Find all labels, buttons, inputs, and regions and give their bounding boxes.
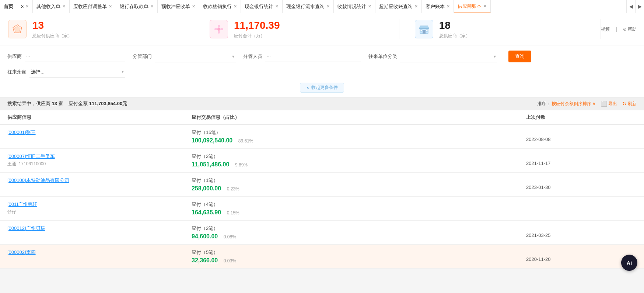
summary-card-payable-total: 11,170.39 应付合计（万） [194, 19, 399, 39]
summary-area: 13 总应付供应商（家） 11,170.39 应付合计（万） [0, 13, 644, 45]
supplier-name-link[interactable]: [001]广州荣轩 [7, 201, 192, 208]
nav-tab-other-income[interactable]: 其他收入单 ✕ [33, 0, 70, 13]
department-select[interactable] [155, 51, 236, 62]
result-mid: 家 [59, 101, 63, 106]
col-header-lastpay: 上次付数 [526, 114, 637, 121]
overdue-label: 超期应收账查询 [379, 3, 413, 10]
other-income-label: 其他收入单 [36, 3, 60, 10]
refresh-button[interactable]: ↻ 刷新 [622, 101, 637, 107]
receipt-label: 收款核销执行 [203, 3, 232, 10]
payable-total-label: 应付合计（万） [234, 33, 280, 39]
collapse-button[interactable]: ∧ 收起更多条件 [300, 83, 344, 93]
supplier-name-link[interactable]: [000007]恒旺二手叉车 [7, 153, 192, 160]
supplier-info-cell: [000012]广州贝瑞 [7, 225, 192, 232]
close-icon[interactable]: ✕ [234, 4, 237, 9]
prepay-label: 预收冲应收单 [161, 3, 190, 10]
sort-button[interactable]: 排序： 按应付余额倒序排序 ∨ [537, 101, 596, 107]
result-actions: 排序： 按应付余额倒序排序 ∨ ⬜ 导出 ↻ 刷新 [537, 101, 637, 107]
help-link[interactable]: ⊙ 帮助 [623, 26, 637, 32]
close-icon[interactable]: ✕ [62, 4, 66, 9]
tx-pct: 0.15% [227, 210, 239, 216]
export-button[interactable]: ⬜ 导出 [601, 101, 617, 107]
filter-unit-category: 往来单位分类 ▾ [368, 51, 497, 62]
filter-supplier: 供应商 [7, 51, 125, 62]
close-icon[interactable]: ✕ [109, 4, 112, 9]
nav-tab-home[interactable]: 首页 [0, 0, 17, 13]
svg-rect-9 [420, 30, 422, 31]
supplier-name-link[interactable]: [000002]李四 [7, 249, 192, 256]
nav-tab-3[interactable]: 3 ✕ [17, 0, 33, 13]
tx-amount-link[interactable]: 11,051,486.00 [192, 161, 229, 168]
last-pay-date: 2021-03-25 [526, 225, 637, 238]
person-input[interactable] [265, 51, 361, 62]
nav-tab-adjust[interactable]: 应收应付调整单 ✕ [70, 0, 116, 13]
supplier-name-link[interactable]: [000001]张三 [7, 129, 192, 136]
nav-next-arrow[interactable]: ▶ [635, 0, 644, 13]
supplier-name-link[interactable]: [000012]广州贝瑞 [7, 225, 192, 232]
result-amount-label: 应付金额 [69, 101, 88, 106]
last-pay-date: 2023-01-30 [526, 177, 637, 190]
query-button[interactable]: 查询 [508, 51, 531, 62]
result-bar: 搜索结果中，供应商 13 家 应付金额 111,703,854.00元 排序： … [0, 97, 644, 110]
nav-tab-prepay[interactable]: 预收冲应收单 ✕ [158, 0, 199, 13]
transaction-cell: 应付（2笔） 11,051,486.00 9.89% [192, 153, 526, 168]
summary-info-3: 18 总供应商（家） [439, 19, 470, 39]
table-row: [000001]张三 应付（15笔） 100,092,540.00 89.61%… [0, 125, 644, 149]
unit-category-label: 往来单位分类 [368, 53, 397, 60]
close-icon[interactable]: ✕ [25, 4, 29, 9]
close-icon[interactable]: ✕ [447, 4, 450, 9]
close-icon[interactable]: ✕ [192, 4, 195, 9]
close-icon[interactable]: ✕ [483, 4, 487, 8]
balance-select[interactable]: 选择... [29, 66, 125, 77]
supplier-info-cell: [000001]张三 [7, 129, 192, 136]
supplier-info-cell: [001]广州荣轩 仔仔 [7, 201, 192, 215]
tx-amount-link[interactable]: 100,092,540.00 [192, 137, 232, 144]
close-icon[interactable]: ✕ [368, 4, 371, 9]
close-icon[interactable]: ✕ [326, 4, 330, 9]
nav-tab-receipt[interactable]: 收款核销执行 ✕ [199, 0, 241, 13]
tx-amount-link[interactable]: 32,366.00 [192, 257, 218, 263]
close-icon[interactable]: ✕ [150, 4, 154, 9]
close-icon[interactable]: ✕ [414, 4, 418, 9]
tx-pct: 0.23% [227, 186, 239, 192]
result-prefix: 搜索结果中，供应商 [7, 101, 50, 106]
col-header-transaction: 应付交易信息（占比） [192, 114, 526, 121]
tx-pct: 9.89% [235, 162, 248, 168]
svg-point-4 [218, 31, 220, 34]
ai-button[interactable]: Ai [621, 255, 637, 269]
nav-tab-customer[interactable]: 客户账本 ✕ [422, 0, 454, 13]
filter-person: 分管人员 [243, 51, 361, 62]
tx-label: 应付（5笔） [192, 249, 526, 256]
table-row: [001]广州荣轩 仔仔 应付（4笔） 164,635.90 0.15% [0, 197, 644, 221]
nav-prev-arrow[interactable]: ◀ [626, 0, 635, 13]
last-pay-date: 2021-11-17 [526, 153, 637, 166]
nav-tab-receipt-stat[interactable]: 收款情况统计 ✕ [334, 0, 375, 13]
tx-amount-link[interactable]: 164,635.90 [192, 209, 221, 216]
tx-label: 应付（1笔） [192, 177, 526, 184]
nav-tab-cash-stat[interactable]: 现金银行统计 ✕ [241, 0, 283, 13]
filter-department: 分管部门 ▾ [133, 51, 236, 62]
supplier-info-cell: [000100]本特勒油品有限公司 [7, 177, 192, 184]
tx-amount-link[interactable]: 258,000.00 [192, 185, 221, 192]
table-header: 供应商信息 应付交易信息（占比） 上次付数 [0, 110, 644, 125]
nav-tab-bank[interactable]: 银行存取款单 ✕ [116, 0, 158, 13]
tx-amount-link[interactable]: 94,600.00 [192, 233, 218, 239]
help-video-link[interactable]: 视频 [601, 26, 610, 32]
sort-value: 按应付余额倒序排序 [552, 101, 591, 107]
export-label: 导出 [608, 101, 617, 107]
result-info: 搜索结果中，供应商 13 家 应付金额 111,703,854.00元 [7, 100, 127, 107]
nav-tab-supplier[interactable]: 供应商账本 ✕ [454, 0, 491, 13]
tx-label: 应付（2笔） [192, 225, 526, 232]
nav-tab-cash-flow[interactable]: 现金银行流水查询 ✕ [283, 0, 334, 13]
table-row: [000007]恒旺二手叉车 王通 17106110000 应付（2笔） 11,… [0, 149, 644, 173]
supplier-input[interactable] [25, 51, 125, 62]
supplier-sub: 仔仔 [7, 209, 192, 215]
last-pay-date [526, 201, 637, 208]
svg-point-3 [218, 25, 220, 28]
close-icon[interactable]: ✕ [275, 4, 279, 9]
table-row: [000100]本特勒油品有限公司 应付（1笔） 258,000.00 0.23… [0, 173, 644, 197]
supplier-name-link[interactable]: [000100]本特勒油品有限公司 [7, 177, 192, 184]
tx-label: 应付（4笔） [192, 201, 526, 208]
unit-category-select[interactable] [400, 51, 497, 62]
nav-tab-overdue[interactable]: 超期应收账查询 ✕ [375, 0, 422, 13]
